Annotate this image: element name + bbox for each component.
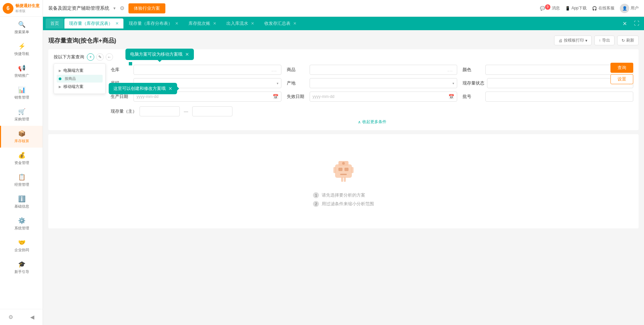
sidebar-item-guide[interactable]: 🎓 新手引导 [0,257,43,278]
schema-item-pc[interactable]: ▶ 电脑端方案 [57,66,103,75]
size-select-arrow: ▾ [277,82,278,85]
tab-home[interactable]: 首页 [46,18,64,29]
print-btn[interactable]: 🖨 按模板打印 ▾ [554,36,592,45]
settings-footer-btn[interactable]: ⚙ [7,313,14,322]
sidebar: 6 畅捷通好生意 标准版 🔍 搜索菜单 ⚡ 快捷导航 📢 营销推广 📊 销售管理… [0,0,43,325]
industry-plan-btn[interactable]: 体验行业方案 [128,3,165,13]
sidebar-item-system[interactable]: ⚙️ 系统管理 [0,213,43,235]
schema-item-mobile[interactable]: ▶ 移动端方案 [57,83,103,91]
svg-rect-1 [338,168,342,171]
tooltip-scheme-close[interactable]: ✕ [185,52,189,57]
tab-batch-close[interactable]: ✕ [213,21,216,26]
page-title: 现存量查询(按仓库+商品) [48,37,116,45]
tab-inout-flow-label: 出入库流水 [226,20,248,26]
warehouse-select[interactable]: ... [133,65,281,75]
collapse-sidebar-btn[interactable]: ◀ [29,313,36,322]
arrow-right-icon: ▶ [59,69,61,72]
gear-icon: ⚙️ [18,217,25,224]
filter-content: 仓库 ... 商品 ... [111,65,633,126]
info-icon: ℹ️ [18,195,25,203]
clipboard-icon: 📋 [18,173,25,181]
range-sep: — [182,109,190,114]
production-date-placeholder: yyyy-mm-dd [137,94,158,99]
sidebar-item-sales[interactable]: 📊 销售管理 [0,82,43,104]
tab-inventory-dist-close[interactable]: ✕ [175,21,178,26]
svg-rect-0 [335,164,352,178]
message-icon: 💬 [540,6,545,11]
user-avatar: 👤 [620,4,629,13]
settings-btn[interactable]: ⚙ [120,5,124,11]
box-icon: 📦 [18,130,25,137]
stock-qty-max[interactable] [192,106,232,116]
calendar-icon-2: 📅 [448,94,454,99]
product-select[interactable]: ... [310,65,458,75]
svg-rect-8 [341,177,343,182]
tab-inout-flow-close[interactable]: ✕ [251,21,254,26]
filter-field-expiry-date: 失效日期 yyyy-mm-dd 📅 [287,92,458,102]
schema-item-mobile-label: 移动端方案 [63,84,84,90]
search-btn[interactable]: 查询 [610,63,633,73]
tab-inventory-dist[interactable]: 现存量（库存分布表） ✕ [124,18,183,29]
stock-qty-label: 现存量（主） [111,108,137,114]
tab-summary-close[interactable]: ✕ [293,21,297,26]
prev-schema-btn[interactable]: ← [106,53,113,61]
collapse-label: 收起更多条件 [362,119,386,125]
filter-label: 按以下方案查询 [54,54,84,60]
tab-inventory-status-close[interactable]: ✕ [115,21,119,26]
tab-inventory-status[interactable]: 现存量（库存状况表） ✕ [64,18,123,29]
filter-rows: 仓库 ... 商品 ... [111,65,633,116]
sidebar-item-enterprise[interactable]: 🤝 企业协同 [0,235,43,257]
edit-schema-btn[interactable]: ✎ [96,53,104,61]
empty-illustration [328,154,359,185]
svg-rect-4 [333,167,336,173]
refresh-btn[interactable]: ↻ 刷新 [617,36,639,45]
sidebar-item-purchase[interactable]: 🛒 采购管理 [0,104,43,126]
maximize-btn[interactable]: ⛶ [632,19,641,28]
online-service-btn[interactable]: 🎧 在线客服 [592,5,614,11]
sidebar-item-inventory[interactable]: 📦 库存核算 [0,126,43,148]
color-label: 颜色 [463,67,483,73]
svg-rect-3 [340,174,347,175]
sidebar-item-quicknav[interactable]: ⚡ 快捷导航 [0,39,43,60]
export-btn[interactable]: ↑ 导出 [594,36,614,45]
svg-rect-5 [351,167,354,173]
sidebar-item-basic-info[interactable]: ℹ️ 基础信息 [0,191,43,213]
tooltip-create-close[interactable]: ✕ [168,86,172,91]
product-ellipsis[interactable]: ... [446,67,454,73]
sidebar-item-management[interactable]: 📋 经营管理 [0,169,43,191]
filter-row-1: 仓库 ... 商品 ... [111,65,633,75]
tab-summary-label: 收发存汇总表 [264,20,290,26]
stock-qty-min[interactable] [140,106,180,116]
tab-bar: 首页 现存量（库存状况表） ✕ 现存量（库存分布表） ✕ 库存批次账 ✕ 出入库… [43,17,644,30]
batch-no-input[interactable] [485,92,633,102]
svg-rect-9 [344,177,346,182]
add-schema-btn[interactable]: + [87,53,94,61]
edit-icon: ✎ [98,55,102,59]
schema-dropdown: ▶ 电脑端方案 按商品 ▶ 移动端方案 [54,63,106,94]
sidebar-item-marketing[interactable]: 📢 营销推广 [0,60,43,82]
sidebar-item-search[interactable]: 🔍 搜索菜单 [0,17,43,39]
close-all-tabs-btn[interactable]: ✕ [620,19,629,28]
reset-btn[interactable]: 设置 [610,74,633,84]
warehouse-ellipsis[interactable]: ... [270,67,278,73]
tab-batch[interactable]: 库存批次账 ✕ [184,18,221,29]
expiry-date-start[interactable]: yyyy-mm-dd 📅 [310,92,458,102]
empty-step-2: 2 用过滤条件来缩小分析范围 [313,201,374,207]
topbar-left: 装备及固定资产辅助管理系统 ▾ ⚙ 体验行业方案 [48,3,165,13]
message-btn[interactable]: 💬 9 消息 [540,5,560,11]
expiry-date-placeholder: yyyy-mm-dd [313,94,334,99]
calendar-icon-1: 📅 [273,94,278,99]
app-download-btn[interactable]: 📱 App下载 [565,5,587,11]
tab-summary[interactable]: 收发存汇总表 ✕ [260,18,301,29]
tab-bar-actions: ✕ ⛶ [620,19,641,28]
cart-icon: 🛒 [18,108,25,115]
sidebar-item-finance[interactable]: 💰 资金管理 [0,148,43,169]
tab-inout-flow[interactable]: 出入库流水 ✕ [222,18,259,29]
collapse-more-btn[interactable]: ∧ 收起更多条件 [111,116,633,126]
search-btn-area: 查询 设置 [610,63,633,84]
origin-select[interactable]: ▾ [310,78,458,88]
filter-panel: 按以下方案查询 + ✎ ← 电脑方案可设为移动方案哦 ✕ [48,49,639,130]
schema-item-active[interactable]: 按商品 [57,75,103,83]
system-name-arrow[interactable]: ▾ [113,6,116,11]
user-menu-btn[interactable]: 👤 用户 [620,4,639,13]
